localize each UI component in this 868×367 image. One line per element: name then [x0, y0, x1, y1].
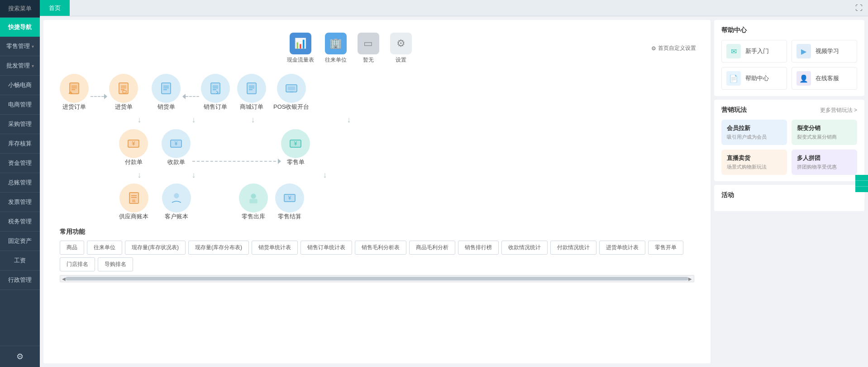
help-item-2[interactable]: 📄帮助中心 [721, 67, 787, 90]
scroll-left-icon[interactable]: ◀ [62, 276, 66, 281]
scroll-right-icon[interactable]: ▶ [688, 276, 692, 281]
float-btn-2[interactable]: 桌面快捷 [855, 187, 868, 192]
sidebar-item-电商管理[interactable]: 电商管理 [0, 95, 40, 115]
marketing-more-link[interactable]: 更多营销玩法 > [820, 106, 857, 114]
func-btn-5[interactable]: 销售订单统计表 [300, 241, 352, 255]
quick-icon-2[interactable]: ▭暂无 [358, 33, 379, 64]
help-label-2: 帮助中心 [745, 74, 769, 82]
marketing-card-2[interactable]: 直播卖货场景式购物新玩法 [721, 150, 787, 175]
sidebar-item-库存核算[interactable]: 库存核算 [0, 134, 40, 154]
help-item-1[interactable]: ▶视频学习 [792, 40, 857, 63]
func-btn-14[interactable]: 导购排名 [98, 257, 133, 271]
sidebar-item-工资[interactable]: 工资 [0, 251, 40, 270]
flow-node-xiaoshoudindan[interactable]: 销售订单 [201, 74, 230, 111]
flow-node-xiaohuo[interactable]: 销货单 [152, 74, 181, 111]
sidebar-item-行政管理[interactable]: 行政管理 [0, 270, 40, 290]
flow-node-fukuan[interactable]: ¥ 付款单 [119, 129, 148, 166]
help-label-0: 新手入门 [745, 47, 769, 55]
marketing-card-3[interactable]: 多人拼团拼团购物享受优惠 [792, 150, 857, 175]
sidebar-item-小畅电商[interactable]: 小畅电商 [0, 76, 40, 95]
flow-node-kehu[interactable]: 客户账本 [162, 184, 191, 221]
float-btn-0[interactable]: 客服热线 [855, 175, 868, 181]
flow-node-lingshouchuku[interactable]: 零售出库 [239, 184, 268, 221]
mc-title-1: 裂变分销 [797, 124, 852, 132]
sidebar-item-固定资产[interactable]: 固定资产 [0, 232, 40, 251]
flow-node-lingshoundan[interactable]: ¥ 零售单 [281, 129, 310, 166]
tab-expand-button[interactable]: ⛶ [850, 4, 868, 12]
marketing-section: 营销玩法 更多营销玩法 > 会员拉新吸引用户成为会员裂变分销裂变式发展分销商直播… [714, 100, 864, 181]
func-btn-3[interactable]: 现存量(库存分布表) [188, 241, 249, 255]
flow-node-lingshousuan[interactable]: ¥ 零售结算 [275, 184, 304, 221]
sidebar-quick-nav[interactable]: 快捷导航 [0, 18, 40, 37]
func-btn-4[interactable]: 销货单统计表 [252, 241, 298, 255]
xiaohuo-icon [152, 74, 181, 103]
shangchengdindan-icon [237, 74, 266, 103]
pos-icon [277, 74, 306, 103]
right-panel: 帮助中心 ✉新手入门▶视频学习📄帮助中心👤在线客服 营销玩法 更多营销玩法 > … [714, 16, 868, 367]
svg-rect-21 [247, 83, 256, 94]
marketing-card-0[interactable]: 会员拉新吸引用户成为会员 [721, 120, 787, 145]
help-item-0[interactable]: ✉新手入门 [721, 40, 787, 63]
svg-point-44 [174, 193, 179, 198]
quick-icon-3[interactable]: ⚙设置 [390, 33, 412, 64]
flow-node-shangchengdindan[interactable]: 商城订单 [237, 74, 266, 111]
marketing-header: 营销玩法 更多营销玩法 > [721, 106, 857, 114]
sidebar-search[interactable]: 搜索菜单 [0, 0, 40, 18]
func-btn-6[interactable]: 销售毛利分析表 [355, 241, 406, 255]
flow-node-jinhuodindan[interactable]: 进货订单 [60, 74, 89, 111]
sidebar-item-总账管理[interactable]: 总账管理 [0, 173, 40, 193]
svg-rect-16 [211, 83, 220, 94]
func-btns: 商品往来单位现存量(库存状况表)现存量(库存分布表)销货单统计表销售订单统计表销… [60, 241, 694, 271]
func-btn-7[interactable]: 商品毛利分析 [409, 241, 455, 255]
flow-node-shoukuan[interactable]: ¥ 收款单 [162, 129, 191, 166]
scrollbar[interactable]: ◀ ▶ [60, 275, 694, 282]
quick-icon-box-3: ⚙ [390, 33, 412, 54]
quick-icon-label-2: 暂无 [363, 56, 374, 64]
svg-text:¥: ¥ [174, 140, 178, 147]
help-icon-0: ✉ [726, 44, 741, 58]
func-btn-2[interactable]: 现存量(库存状况表) [125, 241, 186, 255]
chevron-down-icon: ▾ [32, 44, 34, 49]
svg-point-45 [251, 194, 256, 198]
float-btn-1[interactable]: 服务社区 [855, 181, 868, 187]
xiaoshoudindan-icon [201, 74, 230, 103]
marketing-card-1[interactable]: 裂变分销裂变式发展分销商 [792, 120, 857, 145]
sidebar-item-发票管理[interactable]: 发票管理 [0, 193, 40, 212]
help-grid: ✉新手入门▶视频学习📄帮助中心👤在线客服 [721, 40, 857, 90]
lingshoundan-icon: ¥ [281, 129, 310, 158]
svg-text:¥: ¥ [132, 140, 135, 147]
func-btn-13[interactable]: 门店排名 [60, 257, 95, 271]
tab-home[interactable]: 首页 [40, 0, 70, 16]
func-btn-11[interactable]: 进货单统计表 [599, 241, 645, 255]
sidebar-item-税务管理[interactable]: 税务管理 [0, 212, 40, 232]
svg-text:¥: ¥ [288, 195, 291, 201]
mc-desc-3: 拼团购物享受优惠 [797, 164, 852, 170]
mc-desc-0: 吸引用户成为会员 [727, 134, 782, 140]
func-btn-10[interactable]: 付款情况统计 [550, 241, 596, 255]
mc-title-0: 会员拉新 [727, 124, 782, 132]
quick-icon-1[interactable]: 🏢往来单位 [325, 33, 347, 64]
quick-icon-label-1: 往来单位 [325, 56, 347, 64]
marketing-grid: 会员拉新吸引用户成为会员裂变分销裂变式发展分销商直播卖货场景式购物新玩法多人拼团… [721, 120, 857, 175]
func-btn-0[interactable]: 商品 [60, 241, 84, 255]
flow-node-jinhuo[interactable]: 进货单 [109, 74, 138, 111]
sidebar-item-采购管理[interactable]: 采购管理 [0, 115, 40, 134]
func-btn-12[interactable]: 零售开单 [648, 241, 683, 255]
flow-node-pos[interactable]: POS收银开台 [273, 74, 309, 111]
flow-node-gongyingshang[interactable]: 账 供应商账本 [119, 184, 148, 221]
help-item-3[interactable]: 👤在线客服 [792, 67, 857, 90]
fukuan-icon: ¥ [119, 129, 148, 158]
func-btn-8[interactable]: 销售排行榜 [458, 241, 499, 255]
sidebar-settings-icon[interactable]: ⚙ [0, 346, 40, 367]
sidebar-item-零售管理[interactable]: 零售管理▾ [0, 37, 40, 56]
sidebar-item-批发管理[interactable]: 批发管理▾ [0, 56, 40, 76]
customize-link[interactable]: ⚙ 首页自定义设置 [651, 44, 696, 52]
mc-title-2: 直播卖货 [727, 154, 782, 162]
scroll-thumb[interactable] [66, 277, 688, 280]
sidebar-item-资金管理[interactable]: 资金管理 [0, 154, 40, 173]
quick-icon-0[interactable]: 📊现金流量表 [287, 33, 314, 64]
activity-title: 活动 [721, 191, 857, 199]
func-btn-9[interactable]: 收款情况统计 [501, 241, 548, 255]
func-btn-1[interactable]: 往来单位 [87, 241, 122, 255]
mc-desc-2: 场景式购物新玩法 [727, 164, 782, 170]
